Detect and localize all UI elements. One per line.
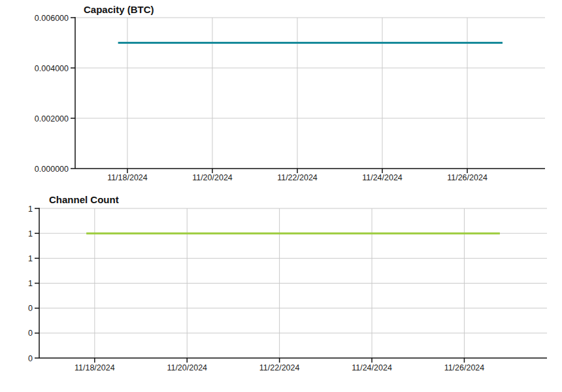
y-tick-label: 0.000000: [35, 165, 69, 174]
x-tick-label: 11/18/2024: [74, 363, 115, 372]
x-tick-label: 11/22/2024: [277, 173, 318, 182]
y-tick-label: 1: [28, 279, 33, 288]
x-tick-label: 11/20/2024: [192, 173, 233, 182]
x-tick-label: 11/18/2024: [107, 173, 148, 182]
y-tick-label: 0.002000: [35, 114, 69, 123]
y-tick-label: 0: [28, 304, 33, 313]
y-tick-label: 1: [28, 229, 33, 238]
x-tick-label: 11/26/2024: [444, 363, 485, 372]
x-tick-label: 11/20/2024: [167, 363, 207, 372]
y-tick-label: 0.004000: [35, 64, 69, 73]
y-tick-label: 0: [28, 354, 33, 363]
x-tick-label: 11/22/2024: [259, 363, 300, 372]
charts-dashboard: Capacity (BTC) Channel Count 0.0060000.0…: [0, 0, 562, 392]
y-tick-label: 1: [28, 204, 33, 214]
y-tick-label: 1: [28, 254, 33, 263]
x-tick-label: 11/24/2024: [352, 363, 392, 372]
x-tick-label: 11/26/2024: [447, 173, 488, 182]
y-tick-label: 0: [28, 329, 33, 338]
y-tick-label: 0.006000: [35, 14, 69, 23]
channel-count-plot: 111100011/18/202411/20/202411/22/202411/…: [28, 204, 547, 373]
x-tick-label: 11/24/2024: [362, 173, 403, 182]
charts-canvas: 0.0060000.0040000.0020000.00000011/18/20…: [0, 0, 562, 392]
capacity-btc-plot: 0.0060000.0040000.0020000.00000011/18/20…: [35, 14, 545, 183]
